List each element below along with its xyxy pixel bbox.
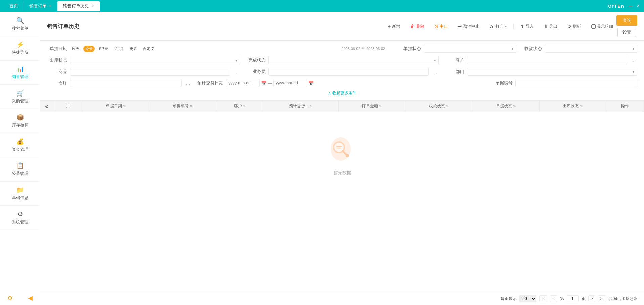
sidebar-item-sales-mgmt[interactable]: 📊 销售管理 <box>0 61 40 85</box>
col-delivery-sort[interactable]: 预计交货... ⇅ <box>266 103 335 109</box>
sidebar: 🔍 搜索菜单 ⚡ 快捷导航 📊 销售管理 🛒 采购管理 📦 库存核算 💰 资金管… <box>0 12 40 305</box>
import-button[interactable]: ⬆ 导入 <box>517 22 537 31</box>
page-last-btn[interactable]: >| <box>598 295 606 302</box>
col-amount-sort[interactable]: 订单金额 ⇅ <box>342 103 402 109</box>
customer-ellipsis[interactable]: … <box>630 58 637 63</box>
stop-button[interactable]: ⊘ 中止 <box>431 22 451 31</box>
toolbar-sep2 <box>588 24 588 29</box>
delete-button[interactable]: 🗑 删除 <box>407 22 428 31</box>
sidebar-item-finance[interactable]: 💰 资金管理 <box>0 133 40 157</box>
brand-label: OfTEn <box>608 4 625 9</box>
page-size-select[interactable]: 20 50 100 <box>519 295 536 302</box>
show-columns-checkbox[interactable] <box>591 24 596 29</box>
filter-salesperson: 业务员 … <box>246 68 439 76</box>
date-7days[interactable]: 近7天 <box>97 46 110 52</box>
stop-icon: ⊘ <box>434 24 438 29</box>
col-order-status-sort[interactable]: 单据状态 ⇅ <box>476 103 535 109</box>
tab-home[interactable]: 首页 <box>4 1 24 11</box>
sidebar-item-search-menu[interactable]: 🔍 搜索菜单 <box>0 12 40 36</box>
sidebar-item-inventory[interactable]: 📦 库存核算 <box>0 109 40 133</box>
filter-delivery-date: 预计交货日期 📅 — 📅 <box>197 79 487 87</box>
operations-icon: 📋 <box>16 162 24 169</box>
warehouse-ellipsis[interactable]: … <box>184 80 192 86</box>
sidebar-item-finance-label: 资金管理 <box>12 147 28 152</box>
print-dropdown-icon[interactable]: ▾ <box>505 25 507 28</box>
sidebar-item-system-mgmt[interactable]: ⚙ 系统管理 <box>0 206 40 230</box>
customer-input[interactable] <box>467 56 627 64</box>
warehouse-input[interactable] <box>70 79 182 87</box>
page-prev-btn[interactable]: < <box>550 295 557 302</box>
tab-sales-order-history-close[interactable]: ✕ <box>91 4 94 8</box>
filter-area: 单据日期 昨天 今天 近7天 近1月 更多 自定义 2023-06-02 至 2… <box>40 41 644 101</box>
col-order-no-label: 单据编号 <box>173 103 189 109</box>
sort-amount-icon: ⇅ <box>379 104 382 108</box>
sidebar-settings-btn[interactable]: ⚙ <box>7 294 13 302</box>
table-area: ⚙ 单据日期 ⇅ 单据编号 <box>40 101 644 292</box>
customer-label: 客户 <box>444 57 464 63</box>
order-status-select[interactable] <box>424 45 516 53</box>
tab-sales-order-close[interactable]: ✕ <box>49 4 52 8</box>
col-order-no-sort[interactable]: 单据编号 ⇅ <box>153 103 213 109</box>
export-button[interactable]: ⬇ 导出 <box>541 22 561 31</box>
salesperson-ellipsis[interactable]: … <box>431 69 439 74</box>
print-button[interactable]: 🖨 打印 ▾ <box>486 22 510 31</box>
page-first-btn[interactable]: |< <box>539 295 547 302</box>
sidebar-collapse-btn[interactable]: ◀ <box>28 294 33 302</box>
print-label: 打印 <box>496 24 504 29</box>
col-outbound-sort[interactable]: 出库状态 ⇅ <box>543 103 603 109</box>
sidebar-item-basic-info[interactable]: 📁 基础信息 <box>0 182 40 206</box>
tab-sales-order[interactable]: 销售订单 ✕ <box>24 1 57 11</box>
goods-ellipsis[interactable]: … <box>233 69 240 74</box>
date-group: 昨天 今天 近7天 近1月 更多 自定义 <box>70 46 336 52</box>
outbound-status-select[interactable] <box>70 56 240 64</box>
inventory-icon: 📦 <box>16 114 24 121</box>
refresh-icon: ↺ <box>567 24 571 29</box>
sidebar-item-quick-nav[interactable]: ⚡ 快捷导航 <box>0 36 40 61</box>
delivery-date-end[interactable] <box>273 79 307 87</box>
col-customer-sort[interactable]: 客户 ⇅ <box>220 103 260 109</box>
date-1month[interactable]: 近1月 <box>112 46 126 52</box>
order-no-input[interactable] <box>515 79 637 87</box>
goods-input[interactable] <box>70 68 230 76</box>
select-all-checkbox[interactable] <box>66 104 70 108</box>
salesperson-input[interactable] <box>268 68 429 76</box>
window-close-btn[interactable]: ✕ <box>637 4 640 8</box>
tab-sales-order-history[interactable]: 销售订单历史 ✕ <box>57 1 100 11</box>
add-button[interactable]: + 新增 <box>385 22 403 31</box>
date-more[interactable]: 更多 <box>128 46 139 52</box>
sort-outbound-icon: ⇅ <box>580 104 583 108</box>
delivery-date-start[interactable] <box>226 79 260 87</box>
import-icon: ⬆ <box>520 24 524 29</box>
sidebar-item-purchase-mgmt-label: 采购管理 <box>12 98 28 104</box>
payment-status-select[interactable] <box>545 45 637 53</box>
system-mgmt-icon: ⚙ <box>17 211 23 218</box>
sort-date-icon: ⇅ <box>123 104 126 108</box>
calendar-start-icon[interactable]: 📅 <box>261 81 266 86</box>
setting-button[interactable]: 设置 <box>617 28 636 37</box>
col-customer: 客户 ⇅ <box>216 101 263 112</box>
column-settings-icon[interactable]: ⚙ <box>45 104 49 109</box>
col-date-sort[interactable]: 单据日期 ⇅ <box>86 103 145 109</box>
col-order-status: 单据状态 ⇅ <box>472 101 539 112</box>
print-icon: 🖨 <box>489 24 494 29</box>
date-custom[interactable]: 自定义 <box>141 46 156 52</box>
refresh-button[interactable]: ↺ 刷新 <box>564 22 584 31</box>
toolbar: + 新增 🗑 删除 ⊘ 中止 ↩ 取消中止 🖨 打印 <box>385 15 637 37</box>
sidebar-item-purchase-mgmt[interactable]: 🛒 采购管理 <box>0 85 40 109</box>
complete-status-select[interactable] <box>268 56 439 64</box>
filter-collapse-btn[interactable]: ∧ 收起更多条件 <box>47 90 637 96</box>
dept-select[interactable] <box>467 68 637 76</box>
cancel-stop-button[interactable]: ↩ 取消中止 <box>455 22 483 31</box>
col-payment-sort[interactable]: 收款状态 ⇅ <box>409 103 469 109</box>
page-label-prefix: 第 <box>560 296 564 302</box>
window-minimize-btn[interactable]: — <box>629 4 633 8</box>
page-next-btn[interactable]: > <box>588 295 595 302</box>
calendar-end-icon[interactable]: 📅 <box>308 81 314 86</box>
sidebar-item-operations[interactable]: 📋 经营管理 <box>0 157 40 182</box>
query-button[interactable]: 查询 <box>616 15 637 26</box>
date-today[interactable]: 今天 <box>83 46 95 52</box>
filter-payment-status: 收款状态 <box>522 45 637 53</box>
date-yesterday[interactable]: 昨天 <box>70 46 81 52</box>
sort-payment-icon: ⇅ <box>446 104 449 108</box>
page-number-input[interactable] <box>567 295 579 302</box>
